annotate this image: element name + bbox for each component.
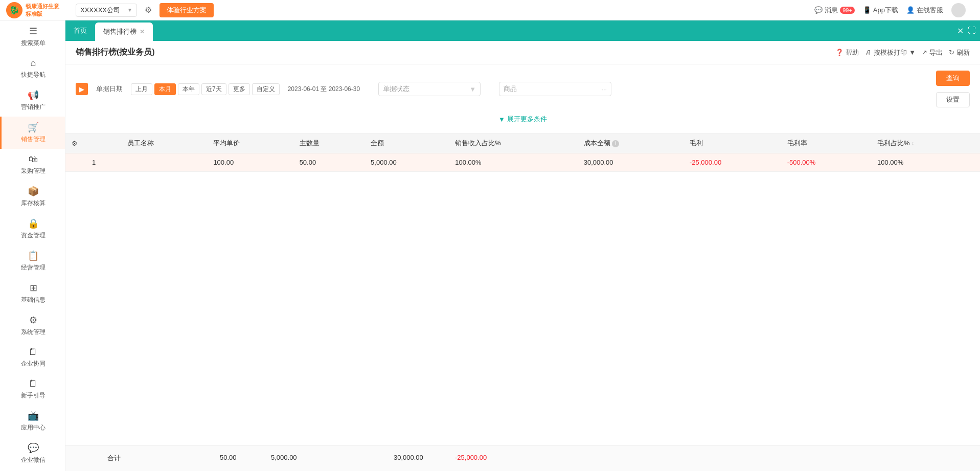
logo-text: 畅康通好生意 标准版 bbox=[26, 3, 59, 17]
th-main-qty: 主数量 bbox=[293, 133, 364, 153]
notification-button[interactable]: 💬 消息 99+ bbox=[814, 6, 855, 15]
sidebar-item-inventory[interactable]: 📦 库存核算 bbox=[0, 181, 65, 213]
cell-gross: -25,000.00 bbox=[683, 153, 781, 172]
inventory-icon: 📦 bbox=[28, 186, 39, 197]
chevron-down-icon: ▼ bbox=[127, 7, 132, 13]
sidebar-item-sales[interactable]: 🛒 销售管理 bbox=[0, 117, 65, 149]
quick-nav-icon: ⌂ bbox=[31, 58, 36, 69]
guide-icon: 🗒 bbox=[29, 378, 38, 389]
goods-more-icon: ··· bbox=[601, 85, 607, 93]
footer-rank-cell bbox=[86, 451, 101, 466]
logo: 🐉 畅康通好生意 标准版 bbox=[6, 2, 72, 18]
help-icon: ❓ bbox=[835, 49, 844, 56]
th-amount: 全额 bbox=[364, 133, 449, 153]
table-header-row: ⚙ 员工名称 平均单价 主数量 全额 销售收入占比% 成本全额 i 毛利 毛利率… bbox=[65, 133, 980, 153]
tab-close-icon[interactable]: ✕ bbox=[140, 28, 145, 35]
try-industry-button[interactable]: 体验行业方案 bbox=[159, 3, 214, 17]
sidebar-item-guide[interactable]: 🗒 新手引导 bbox=[0, 373, 65, 405]
page-title: 销售排行榜(按业务员) bbox=[76, 47, 155, 64]
filter-collapse-btn[interactable]: ▶ bbox=[76, 83, 88, 95]
th-rank bbox=[86, 133, 121, 153]
sidebar-item-marketing[interactable]: 📢 营销推广 bbox=[0, 84, 65, 117]
sales-icon: 🛒 bbox=[28, 122, 39, 133]
cell-name bbox=[121, 153, 207, 172]
tab-sales-ranking[interactable]: 销售排行榜 ✕ bbox=[95, 23, 153, 41]
top-bar: 🐉 畅康通好生意 标准版 XXXXXX公司 ▼ ⚙ 体验行业方案 💬 消息 99… bbox=[0, 0, 980, 20]
th-sales-pct: 销售收入占比% bbox=[449, 133, 577, 153]
online-service-button[interactable]: 👤 在线客服 bbox=[906, 6, 943, 15]
date-btn-this-month[interactable]: 本月 bbox=[154, 83, 176, 95]
app-download-button[interactable]: 📱 App下载 bbox=[863, 6, 898, 15]
top-bar-right: 💬 消息 99+ 📱 App下载 👤 在线客服 bbox=[814, 3, 974, 17]
sidebar-item-enterprise-collab[interactable]: 🗒 企业协同 bbox=[0, 342, 65, 373]
refresh-button[interactable]: ↻ 刷新 bbox=[949, 48, 970, 57]
table-body: 1 100.00 50.00 5,000.00 100.00% 30,000.0… bbox=[65, 153, 980, 172]
tab-home[interactable]: 首页 bbox=[65, 20, 95, 41]
sidebar-item-search-order[interactable]: ☰ 搜索菜单 bbox=[0, 20, 65, 53]
filter-right-actions: 查询 设置 bbox=[936, 71, 970, 107]
main-layout: ☰ 搜索菜单 ⌂ 快捷导航 📢 营销推广 🛒 销售管理 🛍 采购管理 📦 库存核… bbox=[0, 20, 980, 471]
gross-pct-sort-icon[interactable]: ↕ bbox=[911, 141, 914, 146]
date-btn-7days[interactable]: 近7天 bbox=[201, 83, 226, 95]
company-name: XXXXXX公司 bbox=[80, 6, 125, 15]
enterprise-wechat-icon: 💬 bbox=[28, 442, 39, 454]
sidebar: ☰ 搜索菜单 ⌂ 快捷导航 📢 营销推广 🛒 销售管理 🛍 采购管理 📦 库存核… bbox=[0, 20, 65, 471]
sidebar-item-purchase[interactable]: 🛍 采购管理 bbox=[0, 149, 65, 181]
help-button[interactable]: ❓ 帮助 bbox=[835, 48, 859, 57]
more-filters-button[interactable]: ▼ 展开更多条件 bbox=[76, 111, 970, 127]
basic-info-icon: ⊞ bbox=[30, 282, 37, 294]
date-btn-custom[interactable]: 自定义 bbox=[252, 83, 280, 95]
status-filter[interactable]: 单据状态 ▼ bbox=[378, 82, 481, 96]
print-button[interactable]: 🖨 按模板打印 ▼ bbox=[865, 48, 916, 57]
sidebar-item-app-center[interactable]: 📺 应用中心 bbox=[0, 405, 65, 437]
page-header-actions: ❓ 帮助 🖨 按模板打印 ▼ ↗ 导出 ↻ 刷新 bbox=[835, 48, 970, 63]
sidebar-item-enterprise-wechat[interactable]: 💬 企业微信 bbox=[0, 437, 65, 469]
tab-maximize-icon[interactable]: ⛶ bbox=[968, 26, 976, 35]
purchase-icon: 🛍 bbox=[29, 154, 38, 165]
marketing-icon: 📢 bbox=[28, 89, 39, 101]
tab-bar-right: ✕ ⛶ bbox=[957, 26, 980, 36]
date-btn-last-month[interactable]: 上月 bbox=[131, 83, 152, 95]
date-btn-this-year[interactable]: 本年 bbox=[178, 83, 199, 95]
settings-icon[interactable]: ⚙ bbox=[141, 3, 155, 17]
sidebar-item-finance[interactable]: 🔒 资金管理 bbox=[0, 213, 65, 245]
settings-button[interactable]: 设置 bbox=[936, 92, 970, 107]
sidebar-item-basic-info[interactable]: ⊞ 基础信息 bbox=[0, 277, 65, 309]
cell-cost: 30,000.00 bbox=[578, 153, 683, 172]
cost-info-icon[interactable]: i bbox=[612, 140, 619, 147]
sidebar-item-system[interactable]: ⚙ 系统管理 bbox=[0, 309, 65, 342]
footer-main-qty-cell: 50.00 bbox=[214, 451, 265, 466]
cell-gross-rate: -500.00% bbox=[781, 153, 871, 172]
filter-row-1: ▶ 单据日期 上月 本月 本年 近7天 更多 自定义 2023-06-01 至 … bbox=[76, 71, 970, 107]
cell-main-qty: 50.00 bbox=[293, 153, 364, 172]
table-row: 1 100.00 50.00 5,000.00 100.00% 30,000.0… bbox=[65, 153, 980, 172]
company-selector[interactable]: XXXXXX公司 ▼ bbox=[76, 4, 137, 17]
sidebar-item-quick-nav[interactable]: ⌂ 快捷导航 bbox=[0, 53, 65, 84]
date-btn-group: 上月 本月 本年 近7天 更多 自定义 bbox=[131, 83, 280, 95]
operations-icon: 📋 bbox=[28, 250, 39, 261]
export-button[interactable]: ↗ 导出 bbox=[922, 48, 943, 57]
footer-avg-price-cell bbox=[163, 451, 214, 466]
logo-icon: 🐉 bbox=[6, 2, 22, 18]
goods-filter[interactable]: 商品 ··· bbox=[499, 82, 611, 96]
table-footer: 合计 50.00 5,000.00 30,000.00 -25,000.00 bbox=[65, 445, 980, 471]
th-gross-pct: 毛利占比% ↕ bbox=[871, 133, 980, 153]
query-button[interactable]: 查询 bbox=[936, 71, 970, 86]
app-icon: 📱 bbox=[863, 6, 871, 14]
page-header: 销售排行榜(按业务员) ❓ 帮助 🖨 按模板打印 ▼ ↗ 导出 bbox=[65, 41, 980, 64]
cell-gross-pct: 100.00% bbox=[871, 153, 980, 172]
sales-ranking-table: ⚙ 员工名称 平均单价 主数量 全额 销售收入占比% 成本全额 i 毛利 毛利率… bbox=[65, 133, 980, 172]
sidebar-item-operations[interactable]: 📋 经营管理 bbox=[0, 245, 65, 277]
column-settings-icon: ⚙ bbox=[72, 140, 78, 147]
tab-close-all-icon[interactable]: ✕ bbox=[957, 26, 964, 36]
cell-amount: 5,000.00 bbox=[364, 153, 449, 172]
status-chevron-icon: ▼ bbox=[469, 85, 476, 93]
avatar[interactable] bbox=[951, 3, 966, 17]
finance-icon: 🔒 bbox=[28, 218, 39, 229]
footer-cost-cell: 30,000.00 bbox=[388, 451, 449, 466]
export-icon: ↗ bbox=[922, 49, 927, 56]
th-settings[interactable]: ⚙ bbox=[65, 133, 86, 153]
footer-label-cell: 合计 bbox=[101, 451, 163, 466]
tab-bar: 首页 销售排行榜 ✕ ✕ ⛶ bbox=[65, 20, 980, 41]
date-btn-more[interactable]: 更多 bbox=[229, 83, 250, 95]
